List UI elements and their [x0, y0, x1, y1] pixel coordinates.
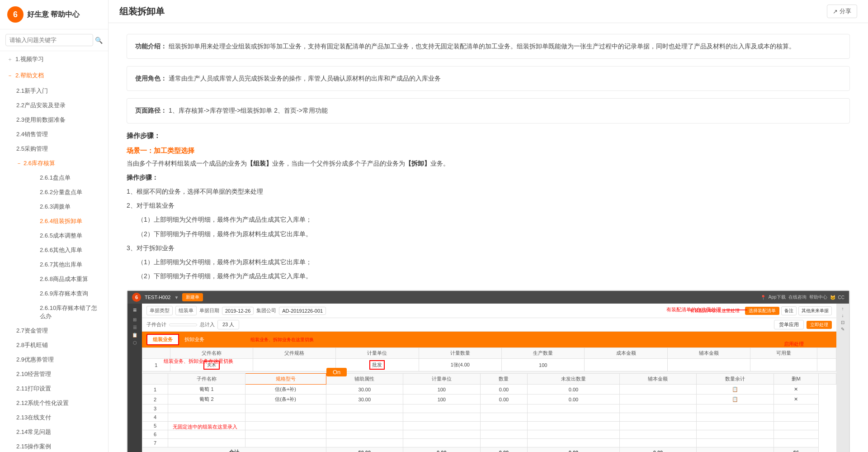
collapse-icon-2-6: －: [16, 160, 22, 167]
mock-parent-table: 父件名称 父件规格 计量单位 计量数量 生产数量 成本金额 辅本金额 可用量: [142, 347, 836, 371]
table-row: 5: [142, 422, 836, 430]
path-text: 1、库存核算->库存管理->组装拆卸单 2、首页->常用功能: [169, 107, 328, 114]
top-bar: 组装拆卸单 ↗ 分享: [108, 0, 868, 23]
page-title: 组装拆卸单: [119, 5, 165, 18]
logo-text: 好生意 帮助中心: [27, 10, 80, 19]
path-label: 页面路径：: [135, 107, 167, 114]
sidebar-item-2[interactable]: － 2.帮助文档: [0, 67, 108, 84]
search-input[interactable]: [5, 34, 93, 46]
ops-title: 操作步骤：: [127, 132, 850, 140]
content-area: 功能介绍： 组装拆卸单用来处理企业组装或拆卸等加工业务，支持有固定装配清单的产品…: [108, 23, 868, 452]
sidebar-item-2-6-1[interactable]: 2.6.1盘点单: [24, 171, 108, 185]
share-icon: ↗: [833, 8, 838, 15]
ops-steps-label: 操作步骤：: [127, 172, 850, 183]
step2-1: （1）上部明细为父件明细，最终作为产成品生成其它入库单；: [127, 214, 850, 225]
step3-2: （2）下部明细为子件明细，最终作为产成品生成其它入库单。: [127, 271, 850, 282]
mock-main-content: 单据类型 组装单 单据日期 2019-12-26 集团公司 AD-2019122…: [142, 304, 836, 452]
sidebar-item-2-7[interactable]: 2.7资金管理: [0, 324, 108, 338]
mock-app-title-bar: 6 TEST-H002 ▼ 新建单 📍 App下载 在线咨询 帮助中心: [127, 291, 849, 304]
mock-assembly-tabs: 组装业务 拆卸业务 组装业务、拆卸业务在这里切换: [142, 332, 836, 347]
search-button[interactable]: 🔍: [95, 37, 103, 44]
table-row: 3: [142, 404, 836, 413]
mock-toolbar: 单据类型 组装单 单据日期 2019-12-26 集团公司 AD-2019122…: [142, 304, 836, 318]
scene1-title: 场景一：加工类型选择: [127, 147, 850, 155]
table-row: 7: [142, 439, 836, 447]
step1: 1、根据不同的业务，选择不同单据的类型来处理: [127, 186, 850, 197]
table-footer: 合计 $0.00 0.00 0.00 0.00 0.00 $6: [142, 447, 836, 452]
collapse-icon-2: －: [7, 72, 13, 80]
sidebar-item-2-12[interactable]: 2.12系统个性化设置: [0, 396, 108, 410]
sidebar-item-2-2[interactable]: 2.2产品安装及登录: [0, 98, 108, 113]
mock-apply-btn: 立即处理: [807, 321, 832, 329]
mock-app: 6 TEST-H002 ▼ 新建单 📍 App下载 在线咨询 帮助中心: [127, 290, 849, 452]
sidebar-item-2-6-5[interactable]: 2.6.5成本调整单: [24, 228, 108, 243]
mock-right-icons: ↑ ↓ ⊡ ✎: [836, 304, 849, 452]
mock-header-right: 📍 App下载 在线咨询 帮助中心 🐱 CC: [760, 294, 844, 300]
mock-header-left: 6 TEST-H002 ▼ 新建单: [132, 293, 203, 302]
sidebar-item-2-5[interactable]: 2.5采购管理: [0, 142, 108, 156]
ops-section: 操作步骤： 场景一：加工类型选择 当由多个子件材料组装成一个成品的业务为【组装】…: [127, 132, 850, 282]
sidebar-item-2-4[interactable]: 2.4销售管理: [0, 127, 108, 142]
mock-child-table: 子件名称 规格型号 辅助属性 计量单位 数量 未发出数量 辅本金额 数量余计 删: [142, 373, 836, 452]
share-button[interactable]: ↗ 分享: [827, 5, 857, 18]
sidebar-item-2-6-7[interactable]: 2.6.7其他出库单: [24, 257, 108, 272]
expand-icon-1: ＋: [7, 56, 13, 63]
path-block: 页面路径： 1、库存核算->库存管理->组装拆卸单 2、首页->常用功能: [127, 98, 850, 123]
role-block: 使用角色： 通常由生产人员或库管人员完成拆装业务的操作，库管人员确认原材料的出库…: [127, 66, 850, 91]
sidebar-item-2-6-9[interactable]: 2.6.9库存账本查询: [24, 286, 108, 301]
sidebar-item-2-6-6[interactable]: 2.6.6其他入库单: [24, 243, 108, 257]
logo-icon: 6: [7, 6, 24, 23]
intro-text: 组装拆卸单用来处理企业组装或拆卸等加工业务，支持有固定装配清单的产品加工业务，也…: [169, 43, 795, 50]
sidebar-item-2-15[interactable]: 2.15操作案例: [0, 439, 108, 452]
role-label: 使用角色：: [135, 75, 167, 82]
intro-block: 功能介绍： 组装拆卸单用来处理企业组装或拆卸等加工业务，支持有固定装配清单的产品…: [127, 34, 850, 59]
sidebar-item-2-6-4[interactable]: 2.6.4组装拆卸单: [24, 214, 108, 228]
step2: 2、对于组装业务: [127, 200, 850, 211]
sidebar-item-2-13[interactable]: 2.13在线支付: [0, 410, 108, 425]
step3: 3、对于拆卸业务: [127, 243, 850, 254]
sidebar-item-2-3[interactable]: 2.3使用前数据准备: [0, 113, 108, 127]
table-row: 4: [142, 413, 836, 422]
table-row: 1 关木 批发 1张(4.00 100: [142, 359, 836, 371]
step2-2: （2）下部明细为子件明细，最终作为原材料生成其它出库单。: [127, 228, 850, 240]
table-row: 6: [142, 430, 836, 439]
nav-section: ＋ 1.视频学习 － 2.帮助文档 2.1新手入门 2.2产品安装及登录 2.3…: [0, 51, 108, 452]
annotation-1: 有装配清单的在这里处理: [690, 308, 740, 314]
sidebar-item-2-8[interactable]: 2.8手机旺铺: [0, 338, 108, 352]
intro-label: 功能介绍：: [135, 43, 167, 50]
mock-left-icons: ≡ ⊞ ☰ 📋 ⬡: [127, 304, 142, 452]
mock-second-row: 子件合计 总计入 23 人 货单应用 立即处理: [142, 318, 836, 332]
search-area: 🔍: [0, 29, 108, 51]
sidebar: 6 好生意 帮助中心 🔍 ＋ 1.视频学习 － 2.帮助文档 2.1新手入门 2…: [0, 0, 108, 452]
main-area: 组装拆卸单 ↗ 分享 功能介绍： 组装拆卸单用来处理企业组装或拆卸等加工业务，支…: [108, 0, 868, 452]
sidebar-item-2-9[interactable]: 2.9优惠券管理: [0, 352, 108, 367]
mock-new-btn: 新建单: [182, 293, 203, 301]
role-text: 通常由生产人员或库管人员完成拆装业务的操作，库管人员确认原材料的出库和产成品的入…: [169, 75, 441, 82]
sidebar-item-2-14[interactable]: 2.14常见问题: [0, 425, 108, 439]
step3-1: （1）上部明细为父件明细，最终作为原材料生成其它出库单；: [127, 257, 850, 268]
logo-area: 6 好生意 帮助中心: [0, 0, 108, 29]
sidebar-item-2-6-2[interactable]: 2.6.2分量盘点单: [24, 185, 108, 200]
table-row: 1 葡萄 1 信(条+补) 30.00 100 0.00 0.00 📋: [142, 385, 836, 395]
table-row: 2 葡萄 2 信(条+补) 30.00 100 0.00 0.00 📋: [142, 395, 836, 404]
sidebar-item-2-6-8[interactable]: 2.6.8商品成本重算: [24, 272, 108, 286]
sidebar-item-2-1[interactable]: 2.1新手入门: [0, 84, 108, 98]
mock-confirm-btn: 选择装配清单: [745, 307, 779, 315]
scene1-desc: 当由多个子件材料组装成一个成品的业务为【组装】业务，当由一个父件拆分成多个子产品…: [127, 158, 850, 169]
sidebar-item-2-6-3[interactable]: 2.6.3调拨单: [24, 200, 108, 214]
content-inner: 功能介绍： 组装拆卸单用来处理企业组装或拆卸等加工业务，支持有固定装配清单的产品…: [108, 23, 868, 452]
sidebar-item-2-11[interactable]: 2.11打印设置: [0, 381, 108, 396]
sidebar-item-2-6-10[interactable]: 2.6.10库存账本错了怎么办: [24, 301, 108, 324]
screenshot-container: 6 TEST-H002 ▼ 新建单 📍 App下载 在线咨询 帮助中心: [127, 290, 850, 452]
mock-logo: 6: [132, 293, 141, 302]
sidebar-item-1[interactable]: ＋ 1.视频学习: [0, 51, 108, 67]
sidebar-item-2-6[interactable]: － 2.6库存核算: [0, 156, 108, 171]
annotation-2-text: 组装业务、拆卸业务在这里切换: [250, 337, 314, 343]
sidebar-item-2-10[interactable]: 2.10经营管理: [0, 367, 108, 381]
mock-app-body: ≡ ⊞ ☰ 📋 ⬡ 单据类型 组装单: [127, 304, 849, 452]
